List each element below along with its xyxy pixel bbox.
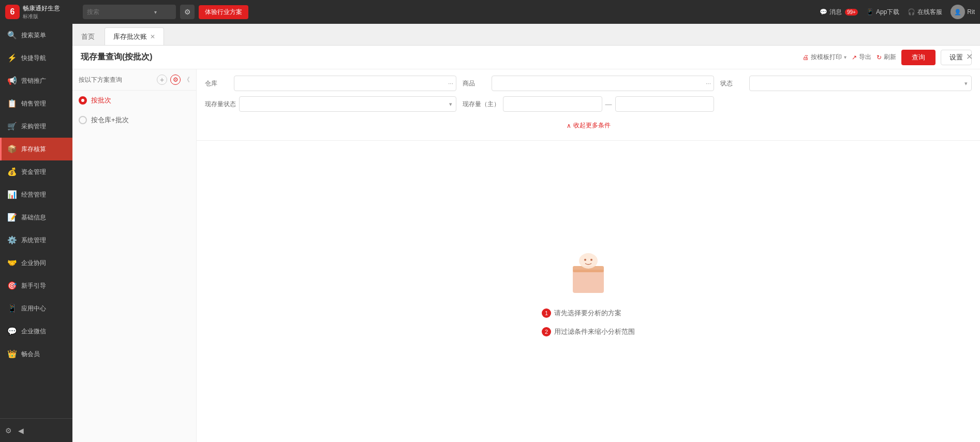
filter-field-warehouse: 仓库 ···	[205, 76, 456, 91]
logo-area: 6 畅康通好生意 标准版	[5, 4, 78, 20]
logo-text: 畅康通好生意 标准版	[23, 4, 60, 20]
filter-settings-icon[interactable]: ⚙	[170, 75, 181, 85]
page-header-actions: 🖨 按模板打印 ▾ ↗ 导出 ↻ 刷新 查询 设置	[803, 50, 972, 65]
sidebar-label-shortcut: 快捷导航	[21, 54, 46, 63]
sidebar-item-app-center[interactable]: 📱 应用中心	[0, 297, 72, 320]
warehouse-input[interactable]	[234, 76, 456, 91]
sidebar-label-new-guide: 新手引导	[21, 282, 46, 290]
sidebar-item-finance[interactable]: 💰 资金管理	[0, 160, 72, 183]
filter-add-button[interactable]: +	[157, 75, 167, 85]
tab-inventory-batch-label: 库存批次账	[113, 32, 147, 41]
phone-icon: 📱	[866, 8, 874, 16]
sidebar-item-inventory[interactable]: 📦 库存核算	[0, 138, 72, 160]
empty-state: 1 请先选择要分析的方案 2 用过滤条件来缩小分析范围	[197, 141, 980, 442]
print-template-button[interactable]: 🖨 按模板打印 ▾	[803, 53, 847, 62]
print-dropdown-icon[interactable]: ▾	[844, 54, 847, 60]
user-name: Rit	[967, 8, 975, 16]
tab-close-icon[interactable]: ✕	[150, 33, 155, 40]
tab-home[interactable]: 首页	[72, 27, 103, 45]
sidebar-item-shortcut-nav[interactable]: ⚡ 快捷导航	[0, 47, 72, 69]
sidebar-item-new-guide[interactable]: 🎯 新手引导	[0, 274, 72, 297]
collapse-bar[interactable]: ∧ 收起更多条件	[205, 117, 972, 134]
stock-status-select-wrap	[239, 96, 456, 112]
filter-field-status: 状态	[720, 76, 972, 91]
filter-item-by-batch[interactable]: 按批次	[72, 91, 196, 110]
sidebar-label-app-center: 应用中心	[21, 304, 46, 313]
stock-main-range: —	[503, 96, 714, 112]
app-version: 标准版	[23, 13, 60, 20]
filter-panel-title: 按以下方案查询	[79, 76, 122, 84]
status-select[interactable]	[749, 76, 972, 91]
sidebar-item-basic-info[interactable]: 📝 基础信息	[0, 206, 72, 229]
sidebar-item-search-menu[interactable]: 🔍 搜索菜单	[0, 24, 72, 47]
refresh-button[interactable]: ↻ 刷新	[877, 53, 896, 62]
filter-panel-header: 按以下方案查询 + ⚙ 《	[72, 69, 196, 91]
sidebar-item-system[interactable]: ⚙️ 系统管理	[0, 229, 72, 252]
refresh-label: 刷新	[884, 53, 896, 62]
online-service-action[interactable]: 🎧 在线客服	[908, 8, 942, 17]
sidebar-item-business[interactable]: 📊 经营管理	[0, 183, 72, 206]
message-icon: 💬	[820, 8, 827, 16]
sidebar-settings-button[interactable]: ⚙	[5, 426, 12, 435]
experience-industry-button[interactable]: 体验行业方案	[199, 5, 248, 19]
filter-field-stock-status: 现存量状态	[205, 96, 456, 112]
header-gear-button[interactable]: ⚙	[180, 5, 195, 19]
status-select-wrap	[749, 76, 972, 91]
message-label: 消息	[829, 8, 842, 17]
header-search-area[interactable]: ▾	[83, 5, 176, 19]
sidebar-item-purchase[interactable]: 🛒 采购管理	[0, 115, 72, 138]
filter-item-by-warehouse-batch[interactable]: 按仓库+批次	[72, 110, 196, 130]
tab-inventory-batch[interactable]: 库存批次账 ✕	[105, 27, 164, 45]
search-dropdown-icon[interactable]: ▾	[154, 9, 157, 15]
system-icon: ⚙️	[7, 235, 17, 245]
sidebar-scroll: 🔍 搜索菜单 ⚡ 快捷导航 📢 营销推广 📋 销售管理 🛒 采购管理 📦	[0, 24, 72, 418]
goods-search-icon[interactable]: ···	[706, 80, 711, 87]
handshake-icon: 🤝	[7, 258, 17, 268]
sidebar-item-enterprise-wechat[interactable]: 💬 企业微信	[0, 320, 72, 343]
target-icon: 🎯	[7, 281, 17, 291]
sidebar-item-marketing[interactable]: 📢 营销推广	[0, 69, 72, 92]
tab-home-label: 首页	[81, 32, 95, 41]
user-area[interactable]: 👤 Rit	[951, 5, 975, 19]
stock-status-select[interactable]	[239, 96, 456, 112]
goods-input[interactable]	[492, 76, 714, 91]
stock-main-to-input[interactable]	[615, 96, 715, 112]
message-action[interactable]: 💬 消息 99+	[820, 8, 858, 17]
step-2-text: 用过滤条件来缩小分析范围	[554, 327, 635, 336]
sidebar-item-enterprise[interactable]: 🤝 企业协同	[0, 252, 72, 274]
filter-collapse-button[interactable]: 《	[184, 76, 190, 84]
sidebar-label-enterprise: 企业协同	[21, 259, 46, 268]
sidebar-label-members: 畅会员	[21, 350, 40, 359]
page-close-button[interactable]: ✕	[958, 46, 980, 67]
sidebar-label-search: 搜索菜单	[21, 31, 46, 40]
warehouse-input-wrap: ···	[234, 76, 456, 91]
page-header: 现存量查询(按批次) 🖨 按模板打印 ▾ ↗ 导出 ↻ 刷新	[72, 46, 980, 69]
sidebar-collapse-button[interactable]: ◀	[18, 426, 24, 435]
sidebar-item-sales[interactable]: 📋 销售管理	[0, 92, 72, 115]
crown-icon: 👑	[7, 349, 17, 359]
export-icon: ↗	[852, 54, 857, 61]
step-1-number: 1	[542, 308, 551, 318]
query-button[interactable]: 查询	[901, 50, 936, 65]
app-download-label: App下载	[876, 8, 899, 17]
stock-main-from-input[interactable]	[503, 96, 602, 112]
status-label: 状态	[720, 79, 746, 88]
sidebar-label-basic-info: 基础信息	[21, 213, 46, 222]
filter-row-2: 现存量状态 现存量（主）	[205, 96, 972, 112]
warehouse-search-icon[interactable]: ···	[448, 80, 453, 87]
filter-list: 按批次 按仓库+批次	[72, 91, 196, 442]
header-search-input[interactable]	[87, 8, 154, 16]
app-download-action[interactable]: 📱 App下载	[866, 8, 899, 17]
main-layout: 🔍 搜索菜单 ⚡ 快捷导航 📢 营销推广 📋 销售管理 🛒 采购管理 📦	[0, 24, 980, 442]
empty-step-2: 2 用过滤条件来缩小分析范围	[542, 327, 635, 336]
filter-field-goods: 商品 ···	[463, 76, 714, 91]
document-icon: 📝	[7, 212, 17, 223]
sidebar-label-finance: 资金管理	[21, 168, 46, 176]
sidebar-item-members[interactable]: 👑 畅会员	[0, 343, 72, 365]
main-panel: 按以下方案查询 + ⚙ 《 按批次	[72, 69, 980, 442]
print-icon: 🖨	[803, 54, 809, 61]
search-icon: 🔍	[7, 30, 17, 40]
sidebar-bottom: ⚙ ◀	[0, 418, 72, 442]
export-button[interactable]: ↗ 导出	[852, 53, 871, 62]
sidebar-label-inventory: 库存核算	[21, 145, 46, 154]
